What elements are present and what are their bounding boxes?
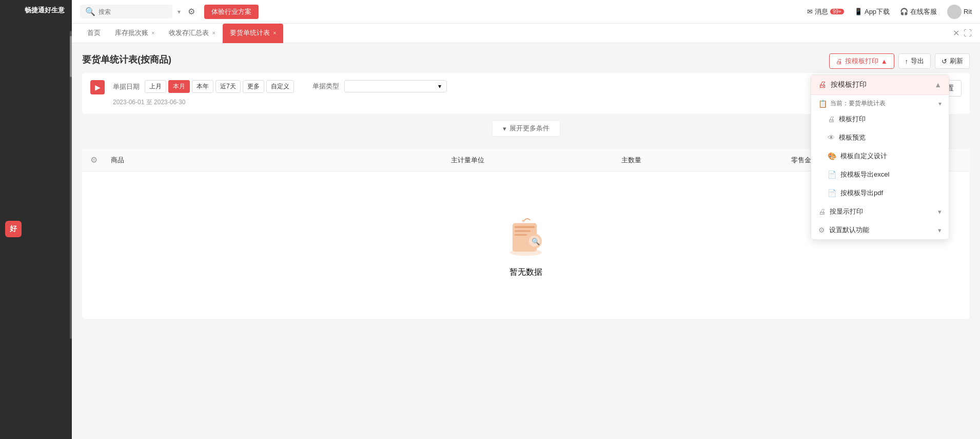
dropdown-item-template-print[interactable]: 🖨 模板打印 <box>811 110 949 128</box>
search-icon: 🔍 <box>85 7 95 16</box>
dropdown-current-section: 📋 当前：要货单统计表 ▾ <box>811 95 949 110</box>
col-product: 商品 <box>111 156 451 165</box>
dropdown-printer-icon: 🖨 <box>818 80 827 89</box>
order-type-chevron: ▾ <box>438 83 441 90</box>
svg-rect-3 <box>515 230 531 232</box>
filter-top-row: 要货单统计表(按商品) 🖨 按模板打印 ▲ ↑ 导出 ↺ 刷新 <box>82 53 970 69</box>
sidebar: 好 畅捷通好生意 标准版 🔍 搜索菜单 ⚡ 快捷导航 📢 营销推广 📊 销售管理… <box>0 0 72 439</box>
col-settings-icon[interactable]: ⚙ <box>90 156 97 164</box>
expand-more-label: 展开更多条件 <box>509 124 550 133</box>
filter-group-date: 单据日期 上月 本月 本年 近7天 更多 自定义 2023-06-01 至 20… <box>113 80 294 107</box>
logo-text: 畅捷通好生意 标准版 <box>25 6 65 439</box>
filter-row-date: 单据日期 上月 本月 本年 近7天 更多 自定义 <box>113 80 294 93</box>
export-pdf-label: 按模板导出pdf <box>840 188 883 198</box>
display-print-icon: 🖨 <box>818 207 826 216</box>
dropdown-title: 按模板打印 <box>831 80 867 89</box>
printer-icon: 🖨 <box>836 58 842 65</box>
col-unit: 主计量单位 <box>451 156 621 165</box>
search-input[interactable] <box>99 8 160 15</box>
tab-close-all-icon[interactable]: ✕ <box>953 28 959 38</box>
tabs-right: ✕ ⛶ <box>953 28 972 38</box>
dropdown-display-print-left: 🖨 按显示打印 <box>818 207 863 216</box>
export-excel-label: 按模板导出excel <box>840 170 889 179</box>
col-settings[interactable]: ⚙ <box>90 155 111 165</box>
date-btn-custom[interactable]: 自定义 <box>266 80 294 93</box>
export-excel-icon: 📄 <box>828 170 836 179</box>
tab-order-stats-label: 要货单统计表 <box>230 28 270 37</box>
tab-inventory-batch[interactable]: 库存批次账 × <box>108 24 162 43</box>
tab-expand-icon[interactable]: ⛶ <box>964 29 972 38</box>
refresh-button[interactable]: ↺ 刷新 <box>935 53 970 69</box>
tab-receipt-summary-label: 收发存汇总表 <box>169 28 209 37</box>
date-btn-prev[interactable]: 上月 <box>145 80 166 93</box>
order-type-value <box>350 83 389 90</box>
dropdown-item-template-design[interactable]: 🎨 模板自定义设计 <box>811 147 949 165</box>
tab-inventory-batch-close[interactable]: × <box>151 30 154 36</box>
date-btn-year[interactable]: 本年 <box>192 80 213 93</box>
svg-rect-2 <box>515 226 535 228</box>
topbar-right: ✉ 消息 99+ 📱 App下载 🎧 在线客服 Rit <box>807 5 972 19</box>
tab-home[interactable]: 首页 <box>80 24 108 43</box>
dropdown-display-print[interactable]: 🖨 按显示打印 ▾ <box>811 202 949 221</box>
template-design-icon: 🎨 <box>828 152 836 160</box>
avatar <box>947 5 962 19</box>
expand-more-btn[interactable]: ▾ 展开更多条件 <box>492 120 560 137</box>
svg-point-8 <box>522 220 525 222</box>
topbar-search-box[interactable]: 🔍 <box>80 5 172 18</box>
online-service-item[interactable]: 🎧 在线客服 <box>900 7 937 16</box>
date-filter-label: 单据日期 <box>113 82 140 91</box>
col-unit-label: 主计量单位 <box>451 156 484 164</box>
app-download-item[interactable]: 📱 App下载 <box>854 7 890 16</box>
display-print-chevron: ▾ <box>938 208 942 216</box>
empty-text: 暂无数据 <box>509 267 542 278</box>
tab-receipt-summary-close[interactable]: × <box>212 30 215 36</box>
template-print-label: 按模板打印 <box>845 56 878 66</box>
template-preview-icon: 👁 <box>828 133 835 142</box>
topbar-gear-icon[interactable]: ⚙ <box>188 7 195 16</box>
app-download-icon: 📱 <box>854 8 863 15</box>
message-label: 消息 <box>815 7 828 16</box>
template-preview-label: 模板预览 <box>839 133 866 142</box>
tab-order-stats[interactable]: 要货单统计表 × <box>223 24 283 43</box>
date-btn-current[interactable]: 本月 <box>168 80 190 93</box>
filter-expand-btn[interactable]: ▶ <box>90 80 105 94</box>
template-print-dropdown: 🖨 按模板打印 ▲ 📋 当前：要货单统计表 ▾ 🖨 模板打印 👁 模板预览 🎨 … <box>811 74 949 240</box>
svg-text:🔍: 🔍 <box>532 237 540 246</box>
app-download-label: App下载 <box>865 7 890 16</box>
sidebar-logo: 好 畅捷通好生意 标准版 <box>0 0 72 439</box>
topbar-chevron-icon[interactable]: ▾ <box>178 8 181 15</box>
topbar: 🔍 ▾ ⚙ 体验行业方案 ✉ 消息 99+ 📱 App下载 🎧 在线客服 Rit <box>72 0 980 24</box>
message-item[interactable]: ✉ 消息 99+ <box>807 7 844 16</box>
refresh-label: 刷新 <box>950 56 963 66</box>
display-print-label: 按显示打印 <box>830 207 863 216</box>
date-buttons: 上月 本月 本年 近7天 更多 自定义 <box>145 80 294 93</box>
dropdown-current-label: 当前：要货单统计表 <box>830 99 886 108</box>
order-type-select[interactable]: ▾ <box>344 80 447 92</box>
dropdown-current-chevron[interactable]: ▾ <box>938 100 942 107</box>
col-product-label: 商品 <box>111 156 124 164</box>
default-func-chevron: ▾ <box>938 226 942 234</box>
trial-button[interactable]: 体验行业方案 <box>204 5 259 19</box>
order-type-label: 单据类型 <box>312 82 339 91</box>
expand-chevron-icon: ▾ <box>503 125 506 132</box>
template-print-chevron: ▲ <box>881 58 888 65</box>
tab-order-stats-close[interactable]: × <box>273 30 276 36</box>
dropdown-item-export-excel[interactable]: 📄 按模板导出excel <box>811 165 949 184</box>
logo-icon: 好 <box>5 221 22 237</box>
dropdown-item-template-preview[interactable]: 👁 模板预览 <box>811 128 949 147</box>
date-range-display: 2023-06-01 至 2023-06-30 <box>113 98 294 107</box>
filter-row-type: 单据类型 ▾ <box>312 80 447 92</box>
template-design-label: 模板自定义设计 <box>840 151 887 161</box>
export-button[interactable]: ↑ 导出 <box>898 53 931 69</box>
template-print-button[interactable]: 🖨 按模板打印 ▲ <box>829 53 894 69</box>
user-avatar-item[interactable]: Rit <box>947 5 972 19</box>
export-icon: ↑ <box>905 58 909 65</box>
date-btn-more[interactable]: 更多 <box>243 80 264 93</box>
refresh-icon: ↺ <box>942 58 947 65</box>
date-btn-7days[interactable]: 近7天 <box>215 80 241 93</box>
dropdown-item-export-pdf[interactable]: 📄 按模板导出pdf <box>811 184 949 202</box>
tab-inventory-batch-label: 库存批次账 <box>115 28 148 37</box>
dropdown-close-chevron[interactable]: ▲ <box>934 81 942 89</box>
tab-receipt-summary[interactable]: 收发存汇总表 × <box>162 24 222 43</box>
dropdown-default-func[interactable]: ⚙ 设置默认功能 ▾ <box>811 221 949 239</box>
